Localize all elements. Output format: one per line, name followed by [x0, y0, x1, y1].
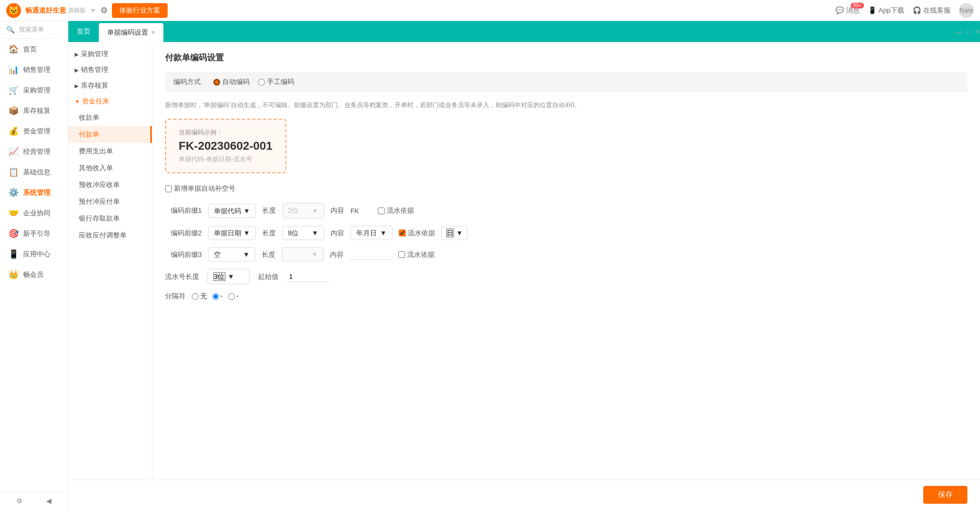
auto-encode-radio[interactable] — [213, 79, 220, 86]
left-menu-group-sales[interactable]: ▶ 销售管理 — [68, 62, 152, 78]
prefix2-length-label: 长度 — [262, 228, 276, 238]
message-badge: 99+ — [851, 3, 864, 8]
sidebar-item-enterprise[interactable]: 🤝 企业协同 — [0, 203, 68, 223]
prefix2-serial-checkbox[interactable] — [399, 230, 406, 236]
left-menu-item-expense[interactable]: 费用支出单 — [68, 143, 152, 160]
tab-encoding[interactable]: 单据编码设置 × — [99, 23, 163, 42]
prefix2-dropdown-icon: ▼ — [243, 229, 250, 237]
prefix2-content-dropdown-icon: ▼ — [380, 229, 387, 237]
sep-none-option[interactable]: 无 — [192, 292, 207, 301]
preview-label: 当前编码示例： — [179, 128, 273, 137]
sidebar-item-purchase[interactable]: 🛒 采购管理 — [0, 80, 68, 100]
sidebar-item-app-center[interactable]: 📱 应用中心 — [0, 244, 68, 264]
settings-gear-icon[interactable]: ⚙ — [100, 5, 108, 15]
prefix1-length-dropdown-icon: ▼ — [312, 207, 318, 215]
prefix1-select[interactable]: 单据代码 ▼ — [208, 204, 256, 218]
message-icon: 💬 — [835, 6, 844, 14]
top-bar: 🐱 畅通道好生意 旗舰版 ▼ ⚙ 体验行业方案 💬 消息 99+ 📱 App下载… — [0, 0, 980, 21]
sep-dot-option[interactable]: · — [228, 292, 239, 300]
app-download-btn[interactable]: 📱 App下载 — [868, 6, 904, 15]
sidebar-item-inventory[interactable]: 📦 库存核算 — [0, 100, 68, 121]
sidebar-item-sales[interactable]: 📊 销售管理 — [0, 59, 68, 80]
sidebar-label-inventory: 库存核算 — [23, 106, 50, 116]
sidebar-label-home: 首页 — [23, 45, 37, 54]
online-service-btn[interactable]: 🎧 在线客服 — [913, 6, 951, 15]
app-center-icon: 📱 — [8, 249, 19, 259]
prefix3-length-dropdown-icon: ▼ — [311, 251, 318, 258]
serial-length-label: 流水号长度 — [165, 272, 199, 282]
window-maximize-btn[interactable]: □ — [967, 27, 971, 36]
left-menu-item-other-income[interactable]: 其他收入单 — [68, 160, 152, 176]
sidebar-search[interactable]: 🔍 搜索菜单 — [0, 21, 68, 39]
prefix2-select[interactable]: 单据日期 ▼ — [208, 226, 256, 240]
prefix1-select-input[interactable]: 单据代码 — [214, 207, 241, 215]
left-menu: ▶ 采购管理 ▶ 销售管理 ▶ 库存核算 ▼ 资金往来 收款单 — [68, 42, 152, 480]
auto-encode-option[interactable]: 自动编码 — [213, 77, 250, 87]
sidebar-item-operations[interactable]: 📈 经营管理 — [0, 141, 68, 162]
left-menu-item-ar-ap-adjust[interactable]: 应收应付调整单 — [68, 227, 152, 244]
workspace-select[interactable]: ▼ — [90, 7, 96, 14]
prefix1-serial-checkbox[interactable] — [378, 207, 385, 214]
left-menu-item-prepay-receivable[interactable]: 预收冲应收单 — [68, 176, 152, 193]
serial-start-input[interactable] — [287, 272, 329, 282]
prefix3-serial-checkbox[interactable] — [398, 251, 405, 258]
prefix3-serial-checkbox-item[interactable]: 流水依据 — [398, 250, 435, 259]
form-area: 付款单编码设置 编码方式 自动编码 手工编码 — [152, 42, 980, 480]
left-menu-item-payment[interactable]: 付款单 — [68, 126, 152, 143]
prefix3-select[interactable]: 空 ▼ — [208, 247, 255, 262]
online-service-label: 在线客服 — [923, 6, 951, 15]
serial-length-select[interactable]: 3位 ▼ — [208, 269, 250, 284]
sidebar-item-vip[interactable]: 👑 畅会员 — [0, 264, 68, 285]
sep-dash-option[interactable]: · — [212, 292, 223, 300]
bottom-bar: 保存 — [68, 480, 980, 509]
prepay-receivable-label: 预收冲应收单 — [79, 181, 120, 189]
prefix2-content-select-input[interactable]: 年月日 — [356, 229, 377, 237]
prefix3-content-input[interactable] — [350, 250, 392, 260]
prefix2-length-select-input[interactable]: 8位 — [288, 229, 299, 237]
app-download-label: App下载 — [879, 6, 904, 15]
prefix3-dropdown-icon: ▼ — [243, 251, 250, 258]
auto-fill-checkbox[interactable] — [165, 185, 172, 192]
message-btn[interactable]: 💬 消息 99+ — [835, 6, 860, 15]
left-menu-group-purchase[interactable]: ▶ 采购管理 — [68, 46, 152, 62]
sidebar-item-finance[interactable]: 💰 资金管理 — [0, 121, 68, 141]
prefix2-day-select[interactable]: 日 ▼ — [441, 226, 468, 240]
left-menu-group-fund[interactable]: ▼ 资金往来 — [68, 94, 152, 109]
prefix3-serial-label: 流水依据 — [407, 250, 435, 259]
prefix1-content-value: FK — [350, 207, 372, 215]
manual-encode-option[interactable]: 手工编码 — [258, 77, 294, 87]
user-avatar[interactable]: Nare — [959, 3, 974, 18]
tab-close-icon[interactable]: × — [151, 29, 155, 36]
sidebar-settings-icon[interactable]: ⚙ — [16, 497, 23, 505]
prefix2-length-select[interactable]: 8位 ▼ — [282, 226, 324, 240]
left-menu-item-prepay-payable[interactable]: 预付冲应付单 — [68, 193, 152, 210]
sidebar-collapse-icon[interactable]: ◀ — [46, 497, 51, 505]
operations-icon: 📈 — [8, 147, 19, 157]
experience-btn[interactable]: 体验行业方案 — [112, 3, 168, 18]
prefix2-day-select-input[interactable]: 日 — [446, 228, 454, 237]
sep-dash-radio[interactable] — [212, 293, 219, 300]
prefix2-content-select[interactable]: 年月日 ▼ — [350, 226, 393, 240]
left-menu-item-receipt[interactable]: 收款单 — [68, 109, 152, 126]
preview-sub: 单据代码-单据日期-流水号 — [179, 155, 273, 164]
sep-none-radio[interactable] — [192, 293, 199, 300]
sidebar-item-system[interactable]: ⚙️ 系统管理 — [0, 182, 68, 203]
sidebar-label-guide: 新手引导 — [23, 229, 50, 238]
sidebar-item-guide[interactable]: 🎯 新手引导 — [0, 223, 68, 244]
sidebar-item-home[interactable]: 🏠 首页 — [0, 39, 68, 59]
tab-home[interactable]: 首页 — [68, 21, 99, 42]
save-button[interactable]: 保存 — [923, 486, 967, 504]
sidebar-item-basic[interactable]: 📋 基础信息 — [0, 162, 68, 182]
prefix2-serial-checkbox-item[interactable]: 流水依据 — [399, 228, 435, 238]
prefix3-select-input[interactable]: 空 — [214, 251, 221, 258]
serial-length-select-input[interactable]: 3位 — [213, 272, 225, 281]
window-close-btn[interactable]: × — [976, 27, 980, 36]
prefix2-select-input[interactable]: 单据日期 — [214, 229, 241, 237]
manual-encode-radio[interactable] — [258, 79, 265, 86]
window-minimize-btn[interactable]: — — [955, 27, 963, 36]
left-menu-group-inventory[interactable]: ▶ 库存核算 — [68, 78, 152, 94]
left-menu-item-bank-deposit[interactable]: 银行存取款单 — [68, 210, 152, 227]
sep-dot-radio[interactable] — [228, 293, 235, 300]
prefix1-serial-checkbox-item[interactable]: 流水依据 — [378, 206, 414, 215]
auto-fill-checkbox-item[interactable]: 新增单据自动补空号 — [165, 184, 235, 193]
